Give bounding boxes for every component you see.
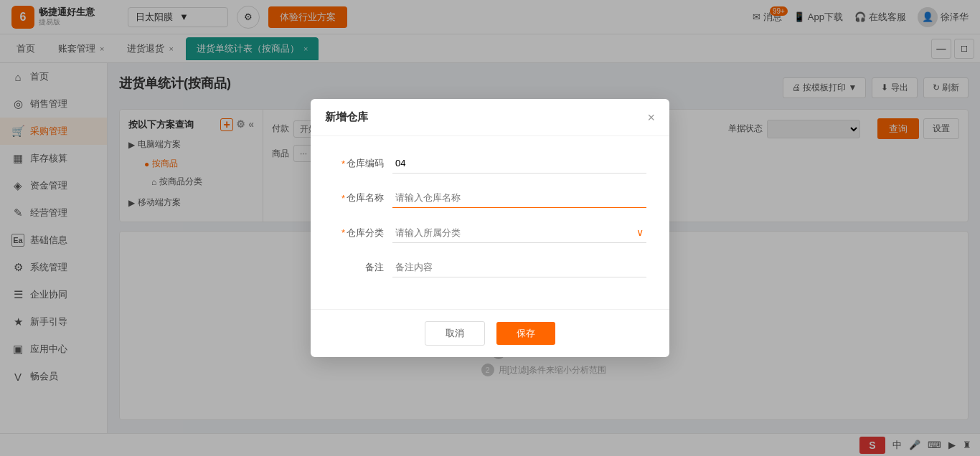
warehouse-name-input[interactable] <box>392 188 646 208</box>
required-star-3: * <box>341 227 345 238</box>
warehouse-category-select-wrapper[interactable]: ∨ <box>392 222 646 243</box>
modal-backdrop: 新增仓库 × * 仓库编码 * 仓库名称 <box>0 0 980 456</box>
required-star-2: * <box>341 193 345 204</box>
modal-body: * 仓库编码 * 仓库名称 * 仓库分类 <box>311 136 669 309</box>
warehouse-code-input[interactable] <box>392 153 646 174</box>
warehouse-add-modal: 新增仓库 × * 仓库编码 * 仓库名称 <box>311 99 669 357</box>
warehouse-code-row: * 仓库编码 <box>334 153 646 174</box>
warehouse-category-label: * 仓库分类 <box>334 227 384 239</box>
modal-header: 新增仓库 × <box>311 99 669 136</box>
remark-label: 备注 <box>334 261 384 274</box>
warehouse-category-row: * 仓库分类 ∨ <box>334 222 646 243</box>
warehouse-name-label: * 仓库名称 <box>334 191 384 204</box>
modal-close-button[interactable]: × <box>647 111 655 124</box>
category-dropdown-icon: ∨ <box>636 227 644 238</box>
modal-title: 新增仓库 <box>325 110 368 124</box>
remark-input[interactable] <box>392 257 646 277</box>
save-button[interactable]: 保存 <box>496 322 555 345</box>
warehouse-category-input[interactable] <box>395 227 636 238</box>
modal-footer: 取消 保存 <box>311 309 669 357</box>
remark-row: 备注 <box>334 257 646 277</box>
cancel-button[interactable]: 取消 <box>425 321 485 346</box>
warehouse-code-label: * 仓库编码 <box>334 157 384 170</box>
required-star-1: * <box>341 158 345 169</box>
warehouse-name-row: * 仓库名称 <box>334 188 646 208</box>
